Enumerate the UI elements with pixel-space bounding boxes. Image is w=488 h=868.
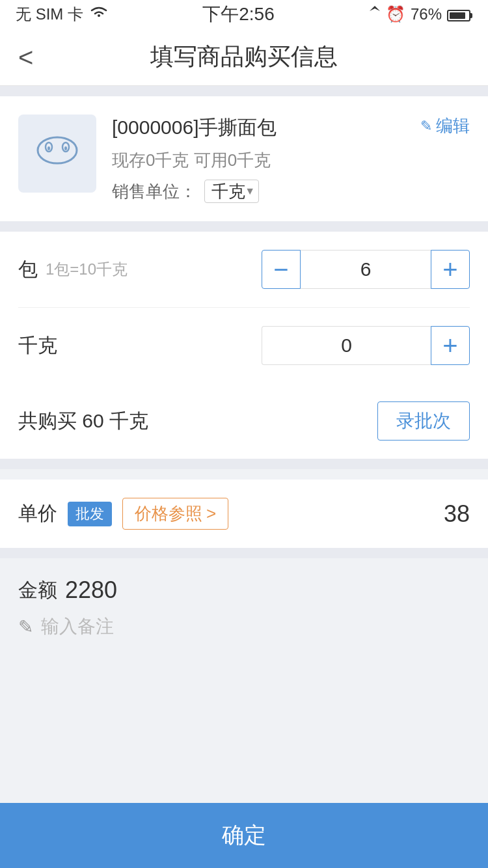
remark-placeholder: 输入备注	[41, 614, 114, 639]
input-section: 包 1包=10千克 − + 千克 +	[0, 232, 488, 383]
battery-percent: 76%	[411, 5, 442, 23]
bag-input-row: 包 1包=10千克 − +	[18, 232, 470, 308]
price-section: 单价 批发 价格参照 > 38	[0, 480, 488, 548]
remark-row[interactable]: ✎ 输入备注	[18, 614, 470, 657]
product-info: [0000006]手撕面包 现存0千克 可用0千克 销售单位： 千克	[112, 115, 470, 203]
kg-plus-button[interactable]: +	[431, 326, 470, 365]
total-row: 共购买 60 千克 录批次	[0, 383, 488, 459]
page-title: 填写商品购买信息	[150, 41, 338, 73]
product-name: [0000006]手撕面包	[112, 115, 470, 141]
status-left: 无 SIM 卡	[16, 4, 108, 25]
batch-button[interactable]: 录批次	[377, 401, 470, 441]
unit-label: 销售单位：	[112, 180, 197, 203]
bag-plus-button[interactable]: +	[431, 250, 470, 289]
alarm-icon: ⏰	[386, 5, 405, 23]
battery-icon	[447, 5, 472, 23]
svg-point-4	[64, 146, 67, 150]
carrier-text: 无 SIM 卡	[16, 4, 83, 25]
bag-quantity-input[interactable]	[301, 250, 431, 289]
amount-value: 2280	[65, 576, 117, 604]
mid-divider-1	[0, 221, 488, 232]
kg-label: 千克	[18, 332, 57, 359]
edit-icon: ✎	[420, 118, 432, 135]
kg-input-row: 千克 +	[18, 308, 470, 383]
bag-hint: 1包=10千克	[46, 259, 128, 280]
price-label: 单价 批发 价格参照 >	[18, 498, 228, 530]
status-right: ⏰ 76%	[369, 5, 472, 23]
product-stock: 现存0千克 可用0千克	[112, 149, 470, 172]
location-icon	[369, 5, 381, 23]
amount-section: 金额 2280 ✎ 输入备注	[0, 558, 488, 657]
status-bar: 无 SIM 卡 下午2:56 ⏰ 76%	[0, 0, 488, 29]
back-button[interactable]: <	[18, 44, 33, 70]
total-label: 共购买 60 千克	[18, 408, 148, 435]
bag-label: 包 1包=10千克	[18, 256, 128, 283]
price-ref-arrow: >	[206, 504, 216, 524]
product-card: [0000006]手撕面包 现存0千克 可用0千克 销售单位： 千克 ✎ 编辑	[0, 96, 488, 221]
svg-point-3	[47, 146, 50, 150]
kg-input-control: +	[262, 326, 470, 365]
product-image	[18, 115, 96, 193]
bag-minus-button[interactable]: −	[262, 250, 301, 289]
amount-row: 金额 2280	[18, 576, 470, 614]
remark-icon: ✎	[18, 616, 33, 638]
batch-tag: 批发	[68, 502, 112, 526]
wifi-icon	[90, 5, 108, 23]
amount-label: 金额	[18, 577, 57, 604]
kg-quantity-input[interactable]	[262, 326, 431, 365]
bag-input-control: − +	[262, 250, 470, 289]
price-label-text: 单价	[18, 500, 57, 527]
top-divider	[0, 86, 488, 96]
kg-label-text: 千克	[18, 332, 57, 359]
product-unit-row: 销售单位： 千克	[112, 180, 470, 203]
status-time: 下午2:56	[202, 2, 275, 27]
price-ref-label: 价格参照	[135, 502, 202, 525]
svg-point-0	[38, 137, 77, 163]
price-value: 38	[444, 500, 470, 528]
unit-select-wrap[interactable]: 千克	[204, 180, 259, 203]
edit-button[interactable]: ✎ 编辑	[420, 115, 470, 137]
mid-divider-3	[0, 548, 488, 558]
price-ref-button[interactable]: 价格参照 >	[122, 498, 228, 530]
unit-select[interactable]: 千克	[204, 180, 259, 203]
product-logo-icon	[34, 134, 80, 174]
confirm-button[interactable]: 确定	[0, 803, 488, 868]
edit-label: 编辑	[436, 115, 470, 137]
bag-label-text: 包	[18, 256, 38, 283]
mid-divider-2	[0, 459, 488, 469]
nav-bar: < 填写商品购买信息	[0, 29, 488, 86]
